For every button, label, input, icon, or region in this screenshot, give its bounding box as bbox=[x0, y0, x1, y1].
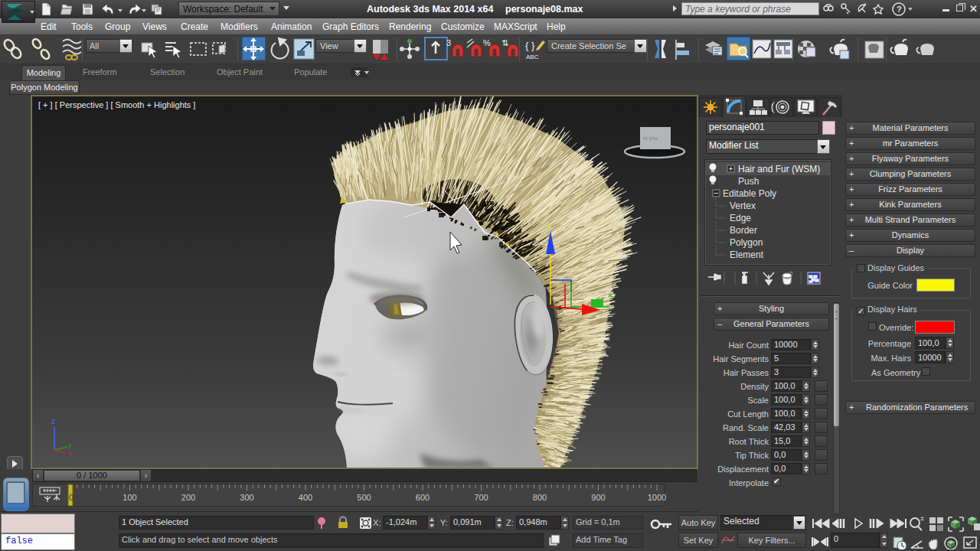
svg-text:100: 100 bbox=[122, 493, 136, 502]
svg-text:400: 400 bbox=[299, 493, 312, 502]
svg-text:Hair and Fur (WSM): Hair and Fur (WSM) bbox=[738, 164, 820, 174]
svg-text:[ + ] [ Perspective ] [ Smooth: [ + ] [ Perspective ] [ Smooth + Highlig… bbox=[38, 100, 195, 109]
svg-text:z: z bbox=[547, 220, 551, 230]
svg-text:3: 3 bbox=[446, 38, 451, 47]
svg-text:Editable Poly: Editable Poly bbox=[723, 188, 776, 199]
svg-text:{ }: { } bbox=[525, 40, 535, 51]
svg-text:Push: Push bbox=[738, 176, 759, 187]
svg-text:y: y bbox=[68, 442, 72, 449]
svg-text:300: 300 bbox=[240, 493, 253, 502]
svg-text:600: 600 bbox=[416, 493, 430, 502]
svg-text:0: 0 bbox=[69, 493, 74, 502]
svg-text:x: x bbox=[68, 450, 72, 458]
svg-text:200: 200 bbox=[181, 493, 195, 502]
svg-text:Element: Element bbox=[730, 249, 764, 260]
svg-text:Edge: Edge bbox=[730, 213, 751, 223]
svg-text:±: ± bbox=[920, 514, 924, 522]
svg-text:700: 700 bbox=[474, 493, 488, 502]
svg-text:ni snu: ni snu bbox=[643, 135, 658, 141]
svg-text:%: % bbox=[483, 38, 491, 47]
svg-text:z: z bbox=[51, 417, 55, 425]
svg-text:ABC: ABC bbox=[526, 54, 539, 60]
svg-text:Border: Border bbox=[730, 225, 757, 236]
svg-text:500: 500 bbox=[357, 493, 371, 502]
svg-text:Polygon: Polygon bbox=[730, 237, 763, 248]
svg-text:⇅: ⇅ bbox=[501, 38, 508, 47]
svg-text:800: 800 bbox=[533, 493, 547, 502]
svg-text:1000: 1000 bbox=[648, 493, 666, 502]
svg-text:900: 900 bbox=[591, 493, 605, 502]
svg-text:Vertex: Vertex bbox=[730, 201, 756, 211]
